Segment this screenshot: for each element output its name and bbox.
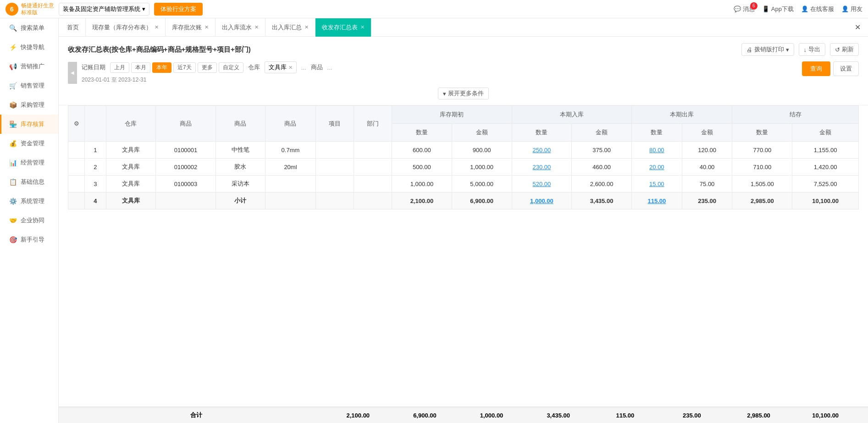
th-warehouse: 仓库 bbox=[106, 106, 155, 142]
row-in-amt-2: 460.00 bbox=[572, 159, 632, 176]
refresh-button[interactable]: ↺ 刷新 bbox=[830, 43, 859, 56]
row-project-3 bbox=[315, 176, 354, 192]
tab-home[interactable]: 首页 bbox=[61, 18, 86, 37]
th-name: 商品 bbox=[216, 106, 265, 142]
filter-collapse-button[interactable]: ◀ bbox=[68, 62, 77, 84]
tab-inout-flow-close[interactable]: ✕ bbox=[254, 24, 259, 30]
row-in-qty-2[interactable]: 230.00 bbox=[512, 159, 572, 176]
date-btn-last-month[interactable]: 上月 bbox=[110, 62, 129, 73]
sidebar-item-operation[interactable]: 📊 经营管理 bbox=[0, 153, 58, 172]
app-download-button[interactable]: 📱 App下载 bbox=[762, 5, 794, 13]
th-spec: 商品 bbox=[265, 106, 316, 142]
sidebar-label-finance: 资金管理 bbox=[21, 139, 44, 148]
sidebar-label-marketing: 营销推广 bbox=[21, 62, 44, 71]
print-button[interactable]: 🖨 拨销版打印 ▾ bbox=[741, 43, 794, 56]
tab-stock-dist-label: 现存量（库存分布表） bbox=[92, 23, 152, 32]
row-in-amt-1: 375.00 bbox=[572, 142, 632, 159]
total-bal-qty: 2,985.00 bbox=[725, 412, 792, 419]
th-bal-qty: 数量 bbox=[732, 124, 792, 142]
row-settings-2 bbox=[68, 159, 85, 176]
tab-home-label: 首页 bbox=[67, 23, 79, 32]
phone-icon: 📱 bbox=[762, 5, 769, 12]
row-out-qty-3[interactable]: 15.00 bbox=[631, 176, 682, 192]
sidebar-item-search[interactable]: 🔍 搜索菜单 bbox=[0, 18, 58, 38]
row-bal-qty-1: 770.00 bbox=[732, 142, 792, 159]
tab-inout-summary-close[interactable]: ✕ bbox=[304, 24, 309, 30]
sidebar-label-system: 系统管理 bbox=[21, 197, 44, 205]
sidebar-item-marketing[interactable]: 📢 营销推广 bbox=[0, 57, 58, 76]
sidebar-label-quick: 快捷导航 bbox=[21, 43, 44, 51]
messages-button[interactable]: 💬 消息 6 bbox=[734, 5, 755, 13]
goods-more-btn[interactable]: ... bbox=[327, 64, 332, 71]
table-area: ⚙ 仓库 商品 商品 商品 项目 部门 库存期初 本期入库 本期出库 bbox=[59, 105, 868, 219]
date-btn-this-year[interactable]: 本年 bbox=[152, 62, 171, 73]
tab-stock-dist-close[interactable]: ✕ bbox=[155, 24, 159, 30]
system-name-dropdown[interactable]: 装备及固定资产辅助管理系统 ▾ bbox=[59, 3, 149, 16]
row-open-qty-2: 500.00 bbox=[392, 159, 452, 176]
header-actions: 🖨 拨销版打印 ▾ ↓ 导出 ↺ 刷新 bbox=[741, 43, 859, 56]
tab-inout-summary[interactable]: 出入库汇总 ✕ bbox=[265, 18, 315, 37]
date-btn-more[interactable]: 更多 bbox=[198, 62, 217, 73]
row-open-amt-3: 5,000.00 bbox=[452, 176, 512, 192]
sidebar-item-purchase[interactable]: 📦 采购管理 bbox=[0, 95, 58, 115]
refresh-icon: ↺ bbox=[835, 46, 840, 53]
date-btn-this-month[interactable]: 本月 bbox=[131, 62, 150, 73]
warehouse-more-btn[interactable]: ... bbox=[301, 64, 306, 71]
th-in-amt: 金额 bbox=[572, 124, 632, 142]
user-menu-button[interactable]: 👤 用友 bbox=[841, 5, 862, 13]
row-in-qty-1[interactable]: 250.00 bbox=[512, 142, 572, 159]
row-settings-1 bbox=[68, 142, 85, 159]
date-range-display: 2023-01-01 至 2023-12-31 bbox=[82, 76, 797, 84]
subtotal-open-qty: 2,100.00 bbox=[392, 192, 452, 209]
warehouse-label: 仓库 bbox=[248, 63, 260, 71]
tabs-close-all-button[interactable]: ✕ bbox=[849, 23, 866, 32]
tab-stock-dist[interactable]: 现存量（库存分布表） ✕ bbox=[86, 18, 166, 37]
export-button[interactable]: ↓ 导出 bbox=[799, 43, 826, 56]
logo-area: 6 畅捷通好生意 标准版 bbox=[6, 2, 54, 16]
tab-batch-close[interactable]: ✕ bbox=[205, 24, 209, 30]
subtotal-in-qty[interactable]: 1,000.00 bbox=[512, 192, 572, 209]
warehouse-tag-close[interactable]: ✕ bbox=[288, 65, 293, 71]
table-settings-button[interactable]: 设置 bbox=[833, 61, 859, 76]
print-icon: 🖨 bbox=[746, 46, 752, 53]
subtotal-bal-qty: 2,985.00 bbox=[732, 192, 792, 209]
date-btn-custom[interactable]: 自定义 bbox=[219, 62, 243, 73]
row-bal-amt-1: 1,155.00 bbox=[792, 142, 859, 159]
tab-inout-flow[interactable]: 出入库流水 ✕ bbox=[216, 18, 265, 37]
subtotal-name: 小计 bbox=[216, 192, 265, 209]
expand-conditions-button[interactable]: ▾ 展开更多条件 bbox=[438, 88, 489, 99]
row-spec-1: 0.7mm bbox=[265, 142, 316, 159]
tab-recv-send[interactable]: 收发存汇总表 ✕ bbox=[315, 18, 371, 37]
sidebar-item-system[interactable]: ⚙️ 系统管理 bbox=[0, 192, 58, 211]
total-open-qty: 2,100.00 bbox=[325, 412, 392, 419]
experience-button[interactable]: 体验行业方案 bbox=[154, 3, 203, 16]
sidebar-item-finance[interactable]: 💰 资金管理 bbox=[0, 134, 58, 153]
th-project: 项目 bbox=[315, 106, 354, 142]
sidebar-item-quick[interactable]: ⚡ 快捷导航 bbox=[0, 38, 58, 57]
total-in-qty: 1,000.00 bbox=[458, 412, 525, 419]
headset-icon: 👤 bbox=[801, 5, 808, 12]
table-settings-col[interactable]: ⚙ bbox=[68, 106, 85, 142]
row-in-qty-3[interactable]: 520.00 bbox=[512, 176, 572, 192]
total-label: 合计 bbox=[68, 411, 325, 419]
sidebar-item-enterprise[interactable]: 🤝 企业协同 bbox=[0, 211, 58, 230]
row-out-qty-2[interactable]: 20.00 bbox=[631, 159, 682, 176]
row-out-qty-1[interactable]: 80.00 bbox=[631, 142, 682, 159]
row-num-3: 3 bbox=[85, 176, 106, 192]
page-header: 收发存汇总表(按仓库+商品编码+商品+规格型号+项目+部门) 🖨 拨销版打印 ▾… bbox=[59, 37, 868, 56]
guide-icon: 🎯 bbox=[9, 236, 17, 243]
row-dept-1 bbox=[354, 142, 392, 159]
subtotal-out-qty[interactable]: 115.00 bbox=[631, 192, 682, 209]
online-service-button[interactable]: 👤 在线客服 bbox=[801, 5, 834, 13]
query-button[interactable]: 查询 bbox=[802, 61, 830, 76]
sidebar-item-guide[interactable]: 🎯 新手引导 bbox=[0, 230, 58, 249]
tab-batch[interactable]: 库存批次账 ✕ bbox=[166, 18, 216, 37]
column-settings-icon[interactable]: ⚙ bbox=[74, 120, 79, 127]
tab-recv-send-close[interactable]: ✕ bbox=[360, 24, 365, 30]
sidebar-item-basic[interactable]: 📋 基础信息 bbox=[0, 172, 58, 192]
sidebar-item-sales[interactable]: 🛒 销售管理 bbox=[0, 76, 58, 95]
inventory-icon: 🏪 bbox=[9, 121, 17, 128]
sidebar-item-inventory[interactable]: 🏪 库存核算 bbox=[0, 115, 58, 134]
row-project-1 bbox=[315, 142, 354, 159]
date-btn-7days[interactable]: 近7天 bbox=[173, 62, 196, 73]
